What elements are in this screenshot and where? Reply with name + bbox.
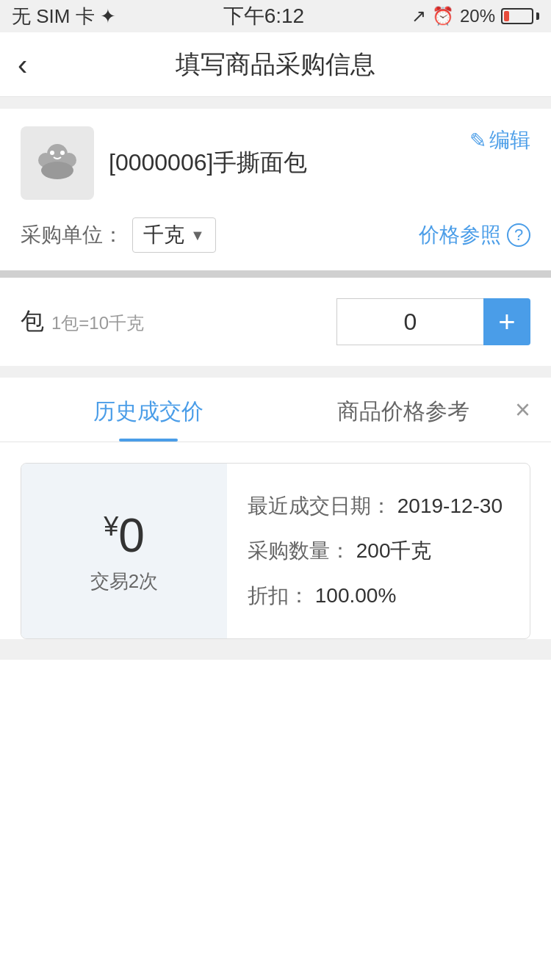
tabs-row: 历史成交价 商品价格参考 × [0,378,551,442]
unit-selector[interactable]: 千克 ▼ [132,217,216,253]
sim-indicator: 无 SIM 卡 ✦ [12,4,116,29]
divider-bar [0,270,551,278]
status-left: 无 SIM 卡 ✦ [12,4,116,29]
tab-price-ref[interactable]: 商品价格参考 [276,378,530,442]
recent-date-value: 2019-12-30 [397,494,503,517]
nav-header: ‹ 填写商品采购信息 [0,32,551,97]
qty-plus-button[interactable]: + [483,298,530,345]
price-value: 0 [118,508,145,563]
price-ref-button[interactable]: 价格参照 ? [419,221,530,249]
discount-label: 折扣： [248,584,309,607]
product-card: [0000006]手撕面包 ✎ 编辑 采购单位： 千克 ▼ 价格参照 ? [0,109,551,270]
discount-value: 100.00% [315,584,397,607]
discount-row: 折扣： 100.00% [248,580,509,613]
price-card-right: 最近成交日期： 2019-12-30 采购数量： 200千克 折扣： 100.0… [227,464,530,638]
recent-date-row: 最近成交日期： 2019-12-30 [248,490,509,523]
panel-area: 历史成交价 商品价格参考 × ¥ 0 交易2次 最近成交日期： 2019-12-… [0,378,551,639]
price-ref-label: 价格参照 [419,221,501,249]
qty-sub-label: 1包=10千克 [51,311,144,335]
edit-icon: ✎ [469,129,486,153]
battery-percent: 20% [460,6,495,26]
recent-date-label: 最近成交日期： [248,494,392,517]
help-icon: ? [507,223,530,247]
quantity-label: 采购数量： [248,539,350,562]
status-time: 下午6:12 [223,2,305,30]
unit-value: 千克 [143,221,184,249]
qty-input[interactable]: 0 [336,298,483,345]
tab-history-price[interactable]: 历史成交价 [21,378,276,442]
qty-unit-label: 包 [21,306,44,338]
alarm-icon: ⏰ [432,6,454,26]
location-icon: ↗ [411,6,426,26]
dropdown-arrow-icon: ▼ [190,227,205,244]
product-name: [0000006]手撕面包 [109,147,307,179]
battery-icon [501,8,539,24]
panel-close-button[interactable]: × [515,394,530,425]
tab-active-indicator [119,439,178,442]
price-card: ¥ 0 交易2次 最近成交日期： 2019-12-30 采购数量： 200千克 … [21,463,530,639]
quantity-row-info: 采购数量： 200千克 [248,535,509,568]
product-info: [0000006]手撕面包 [21,126,307,200]
qty-control: 0 + [336,298,530,345]
svg-point-5 [60,151,65,155]
status-bar: 无 SIM 卡 ✦ 下午6:12 ↗ ⏰ 20% [0,0,551,32]
white-fill-area [0,660,551,980]
svg-point-3 [41,162,73,179]
unit-label: 采购单位： [21,221,123,249]
back-button[interactable]: ‹ [18,50,27,79]
svg-point-4 [50,151,54,155]
quantity-row: 包 1包=10千克 0 + [0,278,551,366]
status-right: ↗ ⏰ 20% [411,6,539,26]
product-image [21,126,94,200]
price-sub-text: 交易2次 [90,569,158,594]
price-currency: ¥ [104,508,118,545]
page-title: 填写商品采购信息 [176,48,375,82]
edit-button[interactable]: ✎ 编辑 [469,126,530,154]
price-card-left: ¥ 0 交易2次 [21,464,227,638]
quantity-value: 200千克 [356,539,432,562]
edit-label: 编辑 [489,126,530,154]
